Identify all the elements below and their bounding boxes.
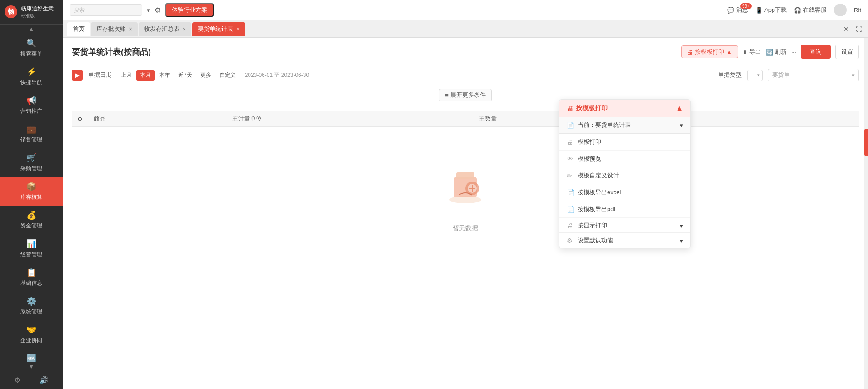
messages-btn[interactable]: 💬 消息 99+ (727, 6, 748, 14)
settings-btn[interactable]: 设置 (835, 45, 859, 59)
tab-batch-account[interactable]: 库存批次账 × (91, 22, 138, 36)
main-content: 搜索 ▾ ⚙ 体验行业方案 💬 消息 99+ 📱 App下载 🎧 在线客服 (63, 0, 868, 389)
sidebar-item-sales[interactable]: 💼 销售管理 (0, 120, 63, 148)
refresh-icon: 🔄 (766, 49, 773, 56)
online-service-btn[interactable]: 🎧 在线客服 (794, 6, 827, 14)
goods-filter-input[interactable]: 要货单 ▾ (768, 69, 859, 81)
date-current-year[interactable]: 本年 (155, 70, 174, 81)
table-header-row: ⚙ 商品 主计量单位 主数量 零售金额 (72, 111, 859, 127)
close-window-btn[interactable]: ✕ (842, 25, 851, 34)
tab-order-stats-label: 要货单统计表 (198, 25, 233, 33)
goods-filter-placeholder: 要货单 (772, 71, 790, 79)
data-table: ⚙ 商品 主计量单位 主数量 零售金额 (72, 111, 859, 127)
tab-home-label: 首页 (73, 25, 85, 33)
sidebar-item-system[interactable]: ⚙️ 系统管理 (0, 292, 63, 320)
tab-batch-account-close[interactable]: × (129, 25, 132, 33)
display-print-arrow: ▾ (680, 222, 683, 229)
sidebar-scroll-down[interactable]: ▼ (0, 362, 63, 371)
message-badge: 99+ (740, 3, 752, 9)
template-preview-label: 模板预览 (578, 155, 601, 163)
sidebar-item-purchase[interactable]: 🛒 采购管理 (0, 148, 63, 177)
online-service-label: 在线客服 (803, 6, 827, 14)
page-content-area: 要货单统计表(按商品) 🖨 按模板打印 ▲ ⬆ 导出 🔄 刷新 (63, 38, 868, 389)
sidebar-item-search[interactable]: 🔍 搜索菜单 (0, 34, 63, 62)
more-options-btn[interactable]: ··· (791, 49, 796, 56)
sidebar-item-inventory[interactable]: 📦 库存核算 (0, 177, 63, 206)
print-template-btn[interactable]: 🖨 按模板打印 ▲ (681, 45, 738, 58)
dropdown-item-template-print[interactable]: 🖨 模板打印 (559, 134, 690, 151)
print-dropdown-header: 🖨 按模板打印 ▲ (559, 100, 690, 117)
tab-order-stats-close[interactable]: × (236, 25, 239, 33)
app-download-icon: 📱 (755, 7, 763, 14)
date-filter-label: 单据日期 (88, 71, 112, 79)
date-recent-7[interactable]: 近7天 (175, 70, 196, 81)
date-prev-month[interactable]: 上月 (117, 70, 135, 81)
header-search[interactable]: 搜索 (70, 4, 142, 16)
print-dropdown-icon: 🖨 (567, 105, 573, 112)
tab-home[interactable]: 首页 (67, 22, 90, 36)
sidebar-item-label: 销售管理 (20, 136, 42, 144)
svg-rect-2 (456, 172, 474, 179)
export-btn[interactable]: ⬆ 导出 (743, 48, 761, 56)
header-dropdown-btn[interactable]: ▾ (147, 7, 150, 14)
refresh-btn[interactable]: 🔄 刷新 (766, 48, 787, 56)
sidebar-item-label: 搜索菜单 (20, 50, 42, 58)
app-download-label: App下载 (764, 6, 787, 14)
sidebar-item-shortcut[interactable]: ⚡ 快捷导航 (0, 62, 63, 91)
dropdown-item-template-design[interactable]: ✏ 模板自定义设计 (559, 167, 690, 184)
default-func-arrow: ▾ (680, 237, 683, 244)
sidebar-item-finance[interactable]: 💰 资金管理 (0, 206, 63, 234)
sidebar-item-marketing[interactable]: 📢 营销推广 (0, 91, 63, 120)
right-scrollbar[interactable] (864, 38, 868, 389)
sidebar-item-operation[interactable]: 📊 经营管理 (0, 234, 63, 263)
col-goods: 商品 (88, 111, 227, 127)
sidebar-sound-btn[interactable]: 🔊 (40, 376, 49, 384)
finance-icon: 💰 (26, 210, 36, 220)
dropdown-display-print[interactable]: 🖨 按显示打印 ▾ (559, 218, 690, 233)
user-name: Rit (854, 7, 861, 14)
print-dropdown-current[interactable]: 📄 当前：要货单统计表 ▾ (559, 117, 690, 134)
tab-receipt-summary-close[interactable]: × (182, 25, 186, 33)
dropdown-item-template-preview[interactable]: 👁 模板预览 (559, 151, 690, 167)
date-more[interactable]: 更多 (197, 70, 215, 81)
empty-text: 暂无数据 (453, 224, 478, 232)
header-gear-btn[interactable]: ⚙ (155, 6, 161, 15)
print-dropdown-title: 🖨 按模板打印 (567, 104, 608, 112)
sidebar-item-collab[interactable]: 🤝 企业协同 (0, 320, 63, 349)
date-current-month[interactable]: 本月 (136, 70, 155, 81)
date-range-display: 2023-06-01 至 2023-06-30 (245, 71, 309, 79)
search-icon: 🔍 (26, 38, 36, 48)
dropdown-item-export-excel[interactable]: 📄 按模板导出excel (559, 184, 690, 201)
bill-type-select[interactable] (747, 70, 763, 81)
sidebar-item-guide[interactable]: 🆕 新手引导 (0, 349, 63, 362)
query-btn[interactable]: 查询 (801, 45, 831, 59)
date-custom[interactable]: 自定义 (216, 70, 239, 81)
expand-more-btn[interactable]: ≡ 展开更多条件 (439, 89, 492, 101)
basic-icon: 📋 (26, 268, 36, 278)
tab-order-stats[interactable]: 要货单统计表 × (192, 22, 245, 36)
sidebar-settings-btn[interactable]: ⚙ (14, 376, 20, 384)
expand-icon: ≡ (445, 92, 449, 99)
sidebar-item-basic[interactable]: 📋 基础信息 (0, 263, 63, 292)
print-dropdown-arrow: ▲ (726, 49, 732, 56)
dropdown-item-export-pdf[interactable]: 📄 按模板导出pdf (559, 201, 690, 218)
print-dropdown-close-btn[interactable]: ▲ (676, 104, 683, 112)
avatar[interactable] (834, 4, 847, 16)
sidebar-scroll-up[interactable]: ▲ (0, 25, 63, 34)
filter-expand-btn[interactable]: ▶ (72, 70, 83, 81)
promo-btn[interactable]: 体验行业方案 (165, 3, 214, 17)
display-print-label: 按显示打印 (578, 222, 607, 230)
app-download-btn[interactable]: 📱 App下载 (755, 6, 787, 14)
sidebar-item-label: 营销推广 (20, 107, 42, 115)
tab-receipt-summary[interactable]: 收发存汇总表 × (139, 22, 191, 36)
maximize-window-btn[interactable]: ⛶ (854, 25, 863, 34)
print-dropdown: 🖨 按模板打印 ▲ 📄 当前：要货单统计表 ▾ 🖨 模板打印 👁 模板预览 (559, 99, 691, 248)
inventory-icon: 📦 (26, 182, 36, 192)
col-settings[interactable]: ⚙ (72, 111, 88, 127)
sidebar-bottom: ⚙ 🔊 (0, 371, 63, 389)
scrollbar-thumb[interactable] (864, 129, 868, 156)
dropdown-default-func[interactable]: ⚙ 设置默认功能 ▾ (559, 233, 690, 248)
page-header: 要货单统计表(按商品) 🖨 按模板打印 ▲ ⬆ 导出 🔄 刷新 (63, 38, 868, 64)
system-icon: ⚙️ (26, 296, 36, 306)
message-icon: 💬 (727, 7, 734, 14)
